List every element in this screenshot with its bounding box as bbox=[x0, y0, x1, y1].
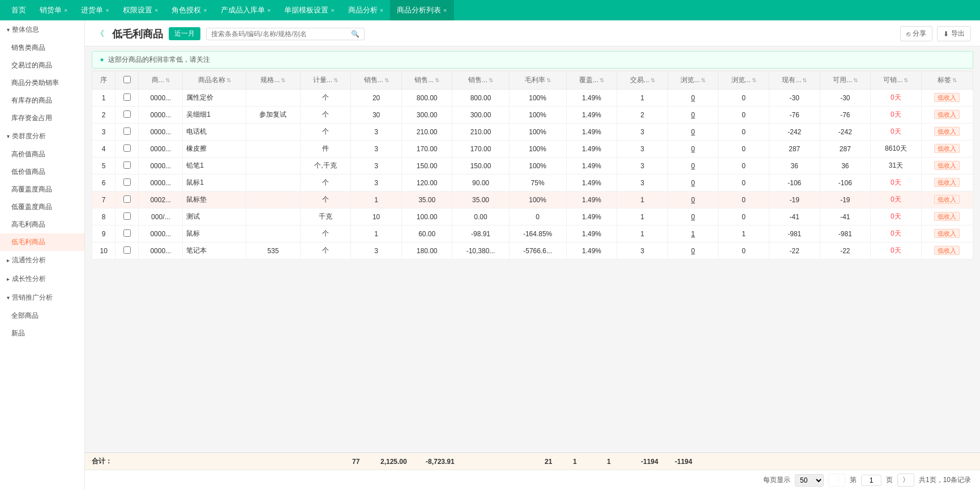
cell-browse1[interactable]: 0 bbox=[667, 174, 718, 191]
nav-home[interactable]: 首页 bbox=[5, 0, 33, 20]
sidebar-item-all-goods[interactable]: 全部商品 bbox=[0, 307, 84, 325]
select-all-checkbox[interactable] bbox=[123, 76, 131, 83]
nav-close-analysis[interactable]: × bbox=[380, 7, 383, 14]
row-checkbox[interactable] bbox=[123, 110, 131, 118]
col-check[interactable] bbox=[115, 71, 139, 90]
sidebar-item-category-rate[interactable]: 商品分类助销率 bbox=[0, 74, 84, 92]
row-checkbox[interactable] bbox=[123, 144, 131, 152]
col-trade[interactable]: 交易...⇅ bbox=[617, 71, 668, 90]
nav-analysis-list[interactable]: 商品分析列表 × bbox=[390, 0, 453, 20]
browse-link[interactable]: 0 bbox=[691, 145, 695, 153]
nav-role[interactable]: 角色授权 × bbox=[165, 0, 213, 20]
nav-close-sales[interactable]: × bbox=[64, 7, 67, 14]
col-current[interactable]: 现有...⇅ bbox=[769, 71, 820, 90]
col-name[interactable]: 商品名称⇅ bbox=[183, 71, 246, 90]
cell-browse1[interactable]: 0 bbox=[667, 140, 718, 157]
nav-product-entry[interactable]: 产成品入库单 × bbox=[214, 0, 277, 20]
row-checkbox[interactable] bbox=[123, 229, 131, 237]
col-gross-rate[interactable]: 毛利率⇅ bbox=[509, 71, 566, 90]
period-button[interactable]: 近一月 bbox=[169, 27, 200, 40]
row-checkbox[interactable] bbox=[123, 195, 131, 203]
cell-check[interactable] bbox=[115, 208, 139, 225]
cell-check[interactable] bbox=[115, 191, 139, 208]
cell-browse1[interactable]: 0 bbox=[667, 157, 718, 174]
cell-check[interactable] bbox=[115, 140, 139, 157]
cell-browse1[interactable]: 1 bbox=[667, 225, 718, 242]
sidebar-item-low-margin[interactable]: 低毛利商品 bbox=[0, 233, 84, 251]
browse-link[interactable]: 0 bbox=[691, 94, 695, 102]
col-salable[interactable]: 可销...⇅ bbox=[871, 71, 922, 90]
nav-permission[interactable]: 权限设置 × bbox=[116, 0, 165, 20]
nav-close-permission[interactable]: × bbox=[155, 7, 158, 14]
nav-close-role[interactable]: × bbox=[203, 7, 207, 14]
search-box[interactable]: 🔍 bbox=[206, 28, 365, 40]
col-sale2[interactable]: 销售...⇅ bbox=[401, 71, 452, 90]
col-cover[interactable]: 覆盖...⇅ bbox=[566, 71, 617, 90]
col-unit[interactable]: 计量...⇅ bbox=[300, 71, 351, 90]
sidebar-item-high-margin[interactable]: 高毛利商品 bbox=[0, 216, 84, 233]
browse-link[interactable]: 0 bbox=[691, 162, 695, 170]
sidebar-item-high-coverage[interactable]: 高覆盖度商品 bbox=[0, 181, 84, 198]
sidebar-item-inventory-capital[interactable]: 库存资金占用 bbox=[0, 109, 84, 127]
nav-close-analysis-list[interactable]: × bbox=[443, 7, 447, 14]
cell-browse1[interactable]: 0 bbox=[667, 106, 718, 123]
page-number-input[interactable] bbox=[861, 475, 881, 486]
table-container[interactable]: 序 商...⇅ 商品名称⇅ 规格...⇅ 计量...⇅ 销售...⇅ 销售...… bbox=[85, 71, 980, 452]
row-checkbox[interactable] bbox=[123, 93, 131, 101]
export-button[interactable]: ⬇ 导出 bbox=[937, 26, 971, 41]
col-available[interactable]: 可用...⇅ bbox=[820, 71, 871, 90]
nav-template[interactable]: 单据模板设置 × bbox=[277, 0, 341, 20]
nav-analysis[interactable]: 商品分析 × bbox=[341, 0, 390, 20]
sidebar-section-marketing[interactable]: ▾ 营销推广分析 bbox=[0, 288, 84, 307]
cell-browse1[interactable]: 0 bbox=[667, 242, 718, 259]
browse-link[interactable]: 0 bbox=[691, 196, 695, 204]
next-page-button[interactable]: 〉 bbox=[897, 474, 914, 487]
nav-close-purchase[interactable]: × bbox=[105, 7, 109, 14]
browse-link[interactable]: 0 bbox=[691, 213, 695, 221]
cell-browse1[interactable]: 0 bbox=[667, 191, 718, 208]
row-checkbox[interactable] bbox=[123, 178, 131, 186]
nav-purchase[interactable]: 进货单 × bbox=[74, 0, 115, 20]
col-code[interactable]: 商...⇅ bbox=[139, 71, 183, 90]
sidebar-item-inventory-goods[interactable]: 有库存的商品 bbox=[0, 92, 84, 109]
sidebar-item-traded-goods[interactable]: 交易过的商品 bbox=[0, 57, 84, 74]
cell-check[interactable] bbox=[115, 106, 139, 123]
browse-link[interactable]: 0 bbox=[691, 179, 695, 187]
cell-browse1[interactable]: 0 bbox=[667, 123, 718, 140]
sidebar-section-cluster[interactable]: ▾ 类群度分析 bbox=[0, 127, 84, 146]
col-sale1[interactable]: 销售...⇅ bbox=[351, 71, 402, 90]
cell-check[interactable] bbox=[115, 174, 139, 191]
sidebar-item-low-value[interactable]: 低价值商品 bbox=[0, 163, 84, 181]
browse-link[interactable]: 0 bbox=[691, 111, 695, 119]
nav-close-template[interactable]: × bbox=[331, 7, 334, 14]
nav-sales[interactable]: 销货单 × bbox=[33, 0, 74, 20]
browse-link[interactable]: 1 bbox=[691, 230, 695, 238]
row-checkbox[interactable] bbox=[123, 246, 131, 254]
col-tag[interactable]: 标签⇅ bbox=[921, 71, 973, 90]
browse-link[interactable]: 0 bbox=[691, 247, 695, 255]
cell-check[interactable] bbox=[115, 123, 139, 140]
cell-browse1[interactable]: 0 bbox=[667, 90, 718, 106]
sidebar-collapse-button[interactable]: 《 bbox=[94, 29, 106, 39]
search-icon[interactable]: 🔍 bbox=[351, 30, 360, 38]
col-browse2[interactable]: 浏览...⇅ bbox=[718, 71, 769, 90]
col-sale3[interactable]: 销售...⇅ bbox=[452, 71, 509, 90]
col-browse1[interactable]: 浏览...⇅ bbox=[667, 71, 718, 90]
row-checkbox[interactable] bbox=[123, 212, 131, 220]
sidebar-item-sales-goods[interactable]: 销售类商品 bbox=[0, 39, 84, 57]
per-page-select[interactable]: 50 20 100 bbox=[795, 474, 824, 487]
nav-close-product-entry[interactable]: × bbox=[267, 7, 271, 14]
row-checkbox[interactable] bbox=[123, 161, 131, 169]
sidebar-section-flow[interactable]: ▸ 流通性分析 bbox=[0, 251, 84, 270]
col-spec[interactable]: 规格...⇅ bbox=[246, 71, 300, 90]
browse-link[interactable]: 0 bbox=[691, 128, 695, 136]
row-checkbox[interactable] bbox=[123, 127, 131, 135]
sidebar-item-new-goods[interactable]: 新品 bbox=[0, 325, 84, 342]
prev-page-button[interactable]: 〈 bbox=[828, 474, 845, 487]
cell-check[interactable] bbox=[115, 242, 139, 259]
sidebar-section-overall[interactable]: ▾ 整体信息 bbox=[0, 20, 84, 39]
cell-check[interactable] bbox=[115, 225, 139, 242]
share-button[interactable]: ⎋ 分享 bbox=[900, 26, 932, 41]
cell-check[interactable] bbox=[115, 157, 139, 174]
sidebar-item-low-coverage[interactable]: 低覆盖度商品 bbox=[0, 198, 84, 216]
